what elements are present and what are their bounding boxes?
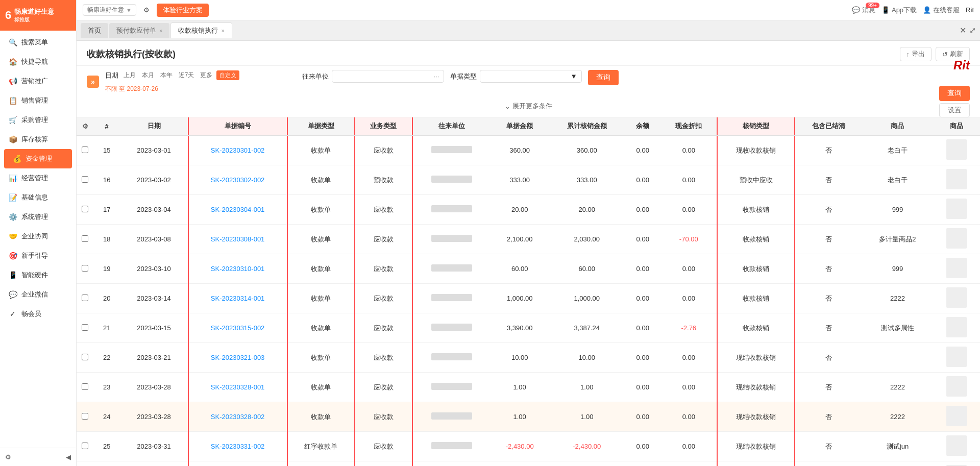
row-doctype: 收款单 bbox=[287, 135, 355, 165]
sidebar-brand-sub: 标推版 bbox=[14, 16, 54, 23]
this-year-btn[interactable]: 本年 bbox=[158, 70, 175, 81]
doc-no-link[interactable]: SK-20230314-001 bbox=[211, 295, 265, 302]
settings-button[interactable]: 设置 bbox=[939, 103, 970, 117]
tab-prepay-close[interactable]: × bbox=[159, 28, 162, 34]
row-doctype: 收款单 bbox=[287, 225, 355, 254]
doc-no-link[interactable]: SK-20230331-002 bbox=[211, 443, 265, 450]
message-button[interactable]: 💬 消息 99+ bbox=[852, 6, 875, 15]
more-date-btn[interactable]: 更多 bbox=[198, 70, 214, 81]
sidebar-item-basic[interactable]: 📝 基础信息 bbox=[0, 188, 76, 207]
sidebar-collapse-icon[interactable]: ◀ bbox=[66, 453, 71, 461]
sidebar-item-system[interactable]: ⚙️ 系统管理 bbox=[0, 207, 76, 227]
sidebar-item-inventory[interactable]: 📦 库存核算 bbox=[0, 130, 76, 149]
doc-no-link[interactable]: SK-20230308-001 bbox=[211, 235, 265, 243]
sidebar-item-marketing[interactable]: 📢 营销推广 bbox=[0, 71, 76, 91]
solution-button[interactable]: 体验行业方案 bbox=[157, 4, 209, 17]
sidebar-item-search[interactable]: 🔍 搜索菜单 bbox=[0, 33, 76, 52]
row-index: 25 bbox=[93, 432, 120, 461]
tab-prepay[interactable]: 预付款应付单 × bbox=[109, 23, 169, 38]
row-checkbox[interactable] bbox=[77, 313, 93, 343]
tab-collection[interactable]: 收款核销执行 × bbox=[170, 22, 232, 38]
doc-type-select[interactable]: ▼ bbox=[480, 70, 582, 83]
row-checkbox[interactable] bbox=[77, 225, 93, 254]
tab-home-label: 首页 bbox=[88, 26, 101, 35]
table-row: 16 2023-03-02 SK-20230302-002 收款单 预收款 33… bbox=[77, 165, 980, 195]
row-doctype: 收款单 bbox=[287, 165, 355, 195]
row-checkbox[interactable] bbox=[77, 195, 93, 225]
sidebar-item-purchase[interactable]: 🛒 采购管理 bbox=[0, 110, 76, 130]
table-row: 25 2023-03-31 SK-20230331-002 红字收款单 应收款 … bbox=[77, 432, 980, 461]
counterparty-input[interactable]: ··· bbox=[332, 70, 444, 83]
row-amount: 2,100.00 bbox=[491, 225, 549, 254]
sidebar-item-wechat[interactable]: 💬 企业微信 bbox=[0, 285, 76, 304]
row-includesettled: 否 bbox=[795, 195, 862, 225]
this-month-btn[interactable]: 本月 bbox=[140, 70, 156, 81]
sidebar-item-sales[interactable]: 📋 销售管理 bbox=[0, 91, 76, 110]
service-label: 在线客服 bbox=[933, 6, 960, 15]
doc-no-link[interactable]: SK-20230310-001 bbox=[211, 265, 265, 273]
sidebar-item-operation[interactable]: 📊 经营管理 bbox=[0, 168, 76, 188]
user-info[interactable]: Rit bbox=[966, 6, 974, 14]
col-settings-icon[interactable]: ⚙ bbox=[77, 117, 93, 135]
doc-no-link[interactable]: SK-20230321-003 bbox=[211, 354, 265, 361]
row-checkbox[interactable] bbox=[77, 254, 93, 284]
doc-no-link[interactable]: SK-20230328-002 bbox=[211, 413, 265, 421]
row-checkbox[interactable] bbox=[77, 135, 93, 165]
doc-no-link[interactable]: SK-20230328-001 bbox=[211, 383, 265, 391]
row-amount: 1.00 bbox=[491, 402, 549, 432]
query-button[interactable]: 查询 bbox=[588, 70, 619, 85]
filter-expand-button[interactable]: » bbox=[87, 76, 99, 88]
doc-no-link[interactable]: SK-20230315-002 bbox=[211, 324, 265, 332]
sidebar-item-hardware[interactable]: 📱 智能硬件 bbox=[0, 265, 76, 285]
row-checkbox[interactable] bbox=[77, 284, 93, 313]
app-download-button[interactable]: 📱 App下载 bbox=[881, 6, 917, 15]
col-index-header: # bbox=[93, 117, 120, 135]
row-biztype: 应收款 bbox=[355, 195, 412, 225]
sidebar-item-member[interactable]: ✓ 畅会员 bbox=[0, 304, 76, 324]
last-7days-btn[interactable]: 近7天 bbox=[177, 70, 197, 81]
doc-no-link[interactable]: SK-20230302-002 bbox=[211, 176, 265, 184]
doc-no-link[interactable]: SK-20230301-002 bbox=[211, 146, 265, 154]
doc-no-link[interactable]: SK-20230304-001 bbox=[211, 206, 265, 213]
row-checkbox[interactable] bbox=[77, 165, 93, 195]
topbar-brand[interactable]: 畅康道好生意 ▼ bbox=[83, 4, 136, 16]
tab-maximize-icon[interactable]: ⤢ bbox=[969, 26, 976, 35]
row-includesettled: 否 bbox=[795, 225, 862, 254]
service-button[interactable]: 👤 在线客服 bbox=[923, 6, 960, 15]
expand-more-conditions-button[interactable]: ⌄ 展开更多条件 bbox=[505, 102, 552, 111]
sidebar-item-purchase-label: 采购管理 bbox=[21, 115, 48, 125]
operation-icon: 📊 bbox=[8, 174, 17, 182]
row-product: 多计量商品2 bbox=[862, 225, 933, 254]
sidebar-item-finance[interactable]: 💰 资金管理 bbox=[4, 149, 72, 168]
row-biztype: 应收款 bbox=[355, 373, 412, 402]
row-checkbox[interactable] bbox=[77, 343, 93, 373]
row-checkbox[interactable] bbox=[77, 402, 93, 432]
main-area: 畅康道好生意 ▼ ⚙ 体验行业方案 💬 消息 99+ 📱 App下载 👤 在线客… bbox=[77, 0, 980, 466]
row-checkbox[interactable] bbox=[77, 432, 93, 461]
sidebar-settings-icon[interactable]: ⚙ bbox=[5, 453, 11, 461]
topbar-gear-icon[interactable]: ⚙ bbox=[139, 3, 154, 17]
row-date: 2023-03-14 bbox=[120, 284, 188, 313]
tab-collection-close[interactable]: × bbox=[221, 28, 224, 34]
row-writeofftype: 收款核销 bbox=[717, 313, 795, 343]
last-month-btn[interactable]: 上月 bbox=[121, 70, 138, 81]
row-date: 2023-04-03 bbox=[120, 461, 188, 467]
custom-date-btn[interactable]: 自定义 bbox=[216, 70, 239, 80]
row-writeofftype: 现结收款核销 bbox=[717, 343, 795, 373]
row-doctype: 收款单 bbox=[287, 284, 355, 313]
query-button-right[interactable]: 查询 bbox=[939, 86, 970, 101]
tabbar: 首页 预付款应付单 × 收款核销执行 × ✕ ⤢ bbox=[77, 20, 980, 41]
sidebar-item-corp[interactable]: 🤝 企业协同 bbox=[0, 227, 76, 246]
tab-close-all-icon[interactable]: ✕ bbox=[960, 26, 966, 35]
row-index: 19 bbox=[93, 254, 120, 284]
sidebar-item-shortcut[interactable]: 🏠 快捷导航 bbox=[0, 52, 76, 71]
sidebar-item-guide[interactable]: 🎯 新手引导 bbox=[0, 246, 76, 265]
row-date: 2023-03-15 bbox=[120, 313, 188, 343]
row-product: 2222 bbox=[862, 402, 933, 432]
row-checkbox[interactable] bbox=[77, 373, 93, 402]
row-includesettled: 否 bbox=[795, 313, 862, 343]
tab-home[interactable]: 首页 bbox=[81, 23, 108, 38]
date-filter-label: 日期 bbox=[105, 71, 118, 80]
export-button[interactable]: ↑ 导出 bbox=[900, 47, 932, 61]
row-checkbox[interactable] bbox=[77, 461, 93, 467]
